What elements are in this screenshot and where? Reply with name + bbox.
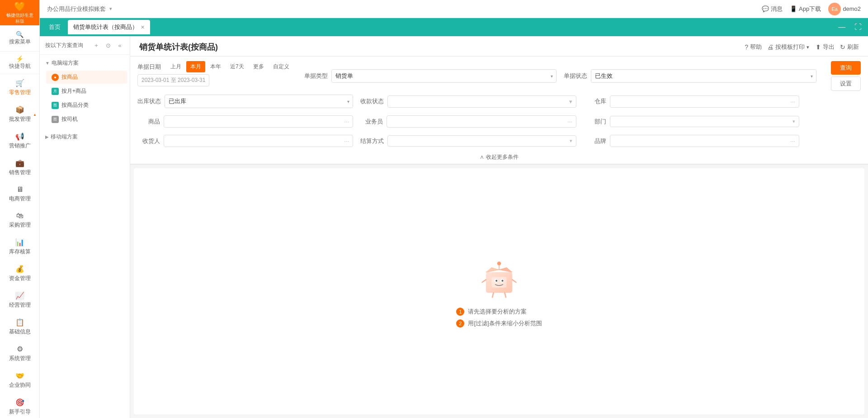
sidebar-item-finance[interactable]: 💰 资金管理 — [0, 260, 39, 287]
sidebar-item-sales[interactable]: 💼 销售管理 — [0, 154, 39, 181]
logo-icon: 🧡 — [14, 1, 25, 12]
date-tab-last-month[interactable]: 上月 — [166, 61, 185, 72]
user-avatar[interactable]: Ea demo2 — [828, 3, 861, 15]
department-control: ▾ — [610, 116, 799, 127]
date-range-input[interactable]: 2023-03-01 至 2023-03-31 — [137, 74, 209, 86]
hint-num-2: 2 — [456, 319, 464, 328]
empty-hint-2: 2 用[过滤]条件来缩小分析范围 — [456, 319, 542, 328]
plan-group-desktop-title[interactable]: ▼ 电脑端方案 — [40, 57, 130, 70]
payment-input[interactable]: ▾ — [387, 135, 576, 147]
plan-item-by-category[interactable]: 图 按商品分类 — [46, 99, 127, 112]
date-tab-this-year[interactable]: 本年 — [206, 61, 225, 72]
brand-input[interactable]: ··· — [610, 135, 799, 147]
search-menu[interactable]: 🔍 搜索菜单 — [0, 25, 39, 52]
inventory-icon: 📊 — [15, 238, 24, 247]
tab-close-icon[interactable]: ✕ — [141, 24, 145, 30]
brand-more[interactable]: ··· — [790, 138, 795, 144]
add-plan-btn[interactable]: + — [92, 41, 101, 50]
refresh-btn[interactable]: ↻ 刷新 — [840, 43, 859, 51]
payment-chevron: ▾ — [570, 138, 572, 144]
edit-plan-btn[interactable]: ⊙ — [104, 41, 113, 50]
doc-type-filter: 单据类型 销货单 ▾ — [304, 61, 557, 91]
export-icon: ⬆ — [816, 43, 821, 51]
warehouse-more[interactable]: ··· — [790, 98, 795, 105]
sidebar-item-retail[interactable]: 🛒 零售管理 — [0, 74, 39, 101]
svg-line-11 — [505, 293, 506, 297]
collapse-panel-btn[interactable]: « — [115, 41, 124, 50]
plan-item-by-driver[interactable]: 图 按司机 — [46, 113, 127, 126]
app-download-btn[interactable]: 📱 App下载 — [790, 5, 821, 13]
warehouse-input[interactable]: ··· — [610, 95, 799, 108]
date-tab-this-month[interactable]: 本月 — [186, 61, 205, 72]
page-title: 销货单统计表(按商品) — [139, 42, 218, 52]
right-panel: 销货单统计表(按商品) ? 帮助 🖨 按模板打印 ▾ ⬆ — [130, 36, 868, 418]
plan-item-by-month-goods[interactable]: 月 按月+商品 — [46, 85, 127, 98]
receiver-input[interactable]: ··· — [164, 135, 353, 147]
date-tab-7days[interactable]: 近7天 — [226, 61, 248, 72]
sidebar-item-guide[interactable]: 🎯 新手引导 — [0, 394, 39, 418]
collect-status-input[interactable]: ▾ — [387, 95, 576, 108]
sidebar-item-basic[interactable]: 📋 基础信息 — [0, 314, 39, 340]
plan-item-by-goods[interactable]: ● 按商品 — [46, 71, 127, 84]
marketing-icon: 📢 — [15, 132, 24, 141]
out-status-label: 出库状态 — [137, 97, 161, 105]
plan-group-mobile-title[interactable]: ▶ 移动端方案 — [40, 130, 130, 143]
salesperson-more[interactable]: ··· — [567, 118, 572, 125]
message-icon: 💬 — [762, 5, 769, 12]
doc-type-select[interactable]: 销货单 — [331, 69, 557, 83]
department-input[interactable]: ▾ — [610, 116, 799, 127]
sidebar-item-inventory[interactable]: 📊 库存核算 — [0, 233, 39, 260]
finance-icon: 💰 — [15, 265, 24, 273]
date-tab-more[interactable]: 更多 — [249, 61, 268, 72]
goods-more[interactable]: ··· — [344, 118, 349, 125]
industry-dropdown[interactable]: ▾ — [109, 6, 112, 12]
sidebar-item-ecommerce[interactable]: 🖥 电商管理 — [0, 181, 39, 207]
sidebar-item-collab[interactable]: 🤝 企业协同 — [0, 367, 39, 394]
sidebar-item-marketing[interactable]: 📢 营销推广 — [0, 128, 39, 154]
filter-section: 单据日期 上月 本月 本年 近7天 更多 自定义 2023-03-01 至 20… — [130, 57, 868, 165]
date-tab-custom[interactable]: 自定义 — [269, 61, 293, 72]
collect-status-label: 收款状态 — [360, 97, 384, 105]
sidebar-item-wholesale[interactable]: 📦 批发管理 — [0, 101, 39, 128]
message-btn[interactable]: 💬 消息 — [762, 5, 783, 13]
goods-input[interactable]: ··· — [164, 115, 353, 128]
query-buttons: 查询 设置 — [831, 61, 861, 91]
salesperson-control: ··· — [387, 115, 576, 128]
tab-minimize-btn[interactable]: — — [835, 21, 848, 33]
doc-status-select[interactable]: 已生效 — [591, 69, 816, 83]
payment-filter: 结算方式 ▾ — [360, 135, 576, 147]
print-dropdown-btn[interactable]: ▾ — [806, 44, 810, 50]
collect-status-more[interactable]: ▾ — [569, 98, 572, 105]
industry-title: 办公用品行业模拟账套 — [47, 5, 106, 13]
department-filter: 部门 ▾ — [584, 116, 799, 127]
receiver-control: ··· — [164, 135, 353, 147]
tab-report[interactable]: 销货单统计表（按商品） ✕ — [68, 20, 150, 34]
sales-icon: 💼 — [15, 159, 24, 167]
receiver-more[interactable]: ··· — [344, 138, 349, 144]
query-btn[interactable]: 查询 — [831, 61, 861, 75]
receiver-label: 收货人 — [137, 137, 160, 145]
tab-home[interactable]: 首页 — [43, 20, 66, 34]
help-btn[interactable]: ? 帮助 — [745, 43, 762, 51]
salesperson-filter: 业务员 ··· — [360, 115, 576, 128]
goods-control: ··· — [164, 115, 353, 128]
export-btn[interactable]: ⬆ 导出 — [816, 43, 835, 51]
quick-nav[interactable]: ⚡ 快捷导航 — [0, 52, 39, 74]
template-print-wrap: 🖨 按模板打印 ▾ — [767, 43, 810, 51]
salesperson-input[interactable]: ··· — [387, 115, 576, 128]
collapse-icon: ∧ — [480, 154, 484, 160]
tab-maximize-btn[interactable]: ⛶ — [852, 21, 864, 33]
sidebar-item-purchase[interactable]: 🛍 采购管理 — [0, 207, 39, 233]
top-bar-right: 💬 消息 📱 App下载 Ea demo2 — [762, 3, 861, 15]
sidebar-item-system[interactable]: ⚙ 系统管理 — [0, 340, 39, 367]
plan-group-mobile: ▶ 移动端方案 — [40, 128, 130, 145]
download-icon: 📱 — [790, 5, 797, 12]
svg-point-5 — [501, 280, 503, 282]
settings-btn[interactable]: 设置 — [831, 76, 861, 91]
out-status-select[interactable]: 已出库 — [165, 95, 353, 108]
refresh-icon: ↻ — [840, 43, 845, 51]
collapse-bar[interactable]: ∧ 收起更多条件 — [130, 151, 868, 164]
sidebar-item-operation[interactable]: 📈 经营管理 — [0, 287, 39, 314]
template-print-btn[interactable]: 🖨 按模板打印 — [767, 43, 805, 51]
retail-icon: 🛒 — [15, 79, 24, 87]
